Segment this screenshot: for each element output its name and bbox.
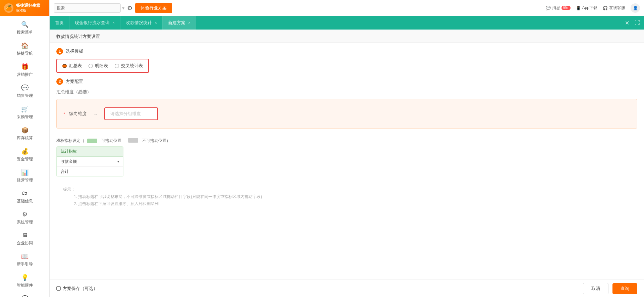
page-content-area: 收款情况统计方案设置 1 选择模板 汇总表 明细表 bbox=[50, 30, 644, 297]
sidebar-item-search-menu[interactable]: 🔍 搜索菜单 bbox=[0, 17, 49, 39]
message-item[interactable]: 💬 消息 99+ bbox=[546, 5, 571, 11]
topbar-right: 💬 消息 99+ 📱 App下载 🎧 在线客服 👤 bbox=[546, 3, 640, 13]
metrics-header: 模板指标设定（ 可拖动位置 不可拖动位置） bbox=[56, 138, 631, 144]
quick-nav-label: 快捷导航 bbox=[17, 51, 33, 56]
radio-cross-input[interactable] bbox=[115, 64, 119, 68]
search-input[interactable] bbox=[54, 3, 121, 13]
tab-home-label: 首页 bbox=[55, 20, 64, 26]
sidebar-item-cooperation[interactable]: 🖥 企业协同 bbox=[0, 229, 49, 249]
basic-info-label: 基础信息 bbox=[17, 198, 33, 204]
step2-num: 2 bbox=[56, 78, 63, 85]
marketing-icon: 🎁 bbox=[21, 63, 29, 70]
cooperation-icon: 🖥 bbox=[22, 232, 28, 239]
industry-btn[interactable]: 体验行业方案 bbox=[135, 3, 172, 13]
expand-btn[interactable]: ⛶ bbox=[633, 20, 641, 26]
sidebar-nav: 🔍 搜索菜单 🏠 快捷导航 🎁 营销推广 💬 销售管理 🛒 采购管理 📦 库存核… bbox=[0, 16, 49, 297]
step1-num: 1 bbox=[56, 48, 63, 55]
save-checkbox[interactable] bbox=[56, 286, 61, 291]
sidebar-item-inventory[interactable]: 📦 库存核算 bbox=[0, 123, 49, 144]
metrics-section: 模板指标设定（ 可拖动位置 不可拖动位置） 统计指标 收款金额 ▾ bbox=[56, 134, 637, 182]
sales-label: 销售管理 bbox=[17, 93, 33, 99]
message-label: 消息 bbox=[552, 5, 560, 11]
tabs-right-buttons: ✕ ⛶ bbox=[624, 16, 644, 30]
logo-text: 畅捷通好生意 bbox=[16, 3, 40, 8]
download-item[interactable]: 📱 App下载 bbox=[576, 5, 597, 11]
tab-bank-flow-label: 现金银行流水查询 bbox=[75, 20, 110, 26]
dimension-select[interactable]: 请选择分组维度 bbox=[104, 107, 158, 120]
metrics-grid: 统计指标 收款金额 ▾ 合计 bbox=[56, 146, 123, 177]
metrics-row-0[interactable]: 收款金额 ▾ bbox=[57, 157, 123, 167]
support-item[interactable]: 🎧 在线客服 bbox=[603, 5, 625, 11]
drag-label: 可拖动位置 bbox=[101, 138, 121, 144]
sidebar-item-sales[interactable]: 💬 销售管理 bbox=[0, 81, 49, 102]
close-all-btn[interactable]: ✕ bbox=[624, 20, 631, 26]
radio-detail-label: 明细表 bbox=[95, 63, 108, 69]
sidebar-item-marketing[interactable]: 🎁 营销推广 bbox=[0, 60, 49, 81]
page-title: 收款情况统计方案设置 bbox=[56, 34, 100, 39]
user-avatar[interactable]: 👤 bbox=[631, 3, 640, 13]
metrics-row-0-label: 收款金额 bbox=[61, 159, 77, 164]
cooperation-label: 企业协同 bbox=[17, 240, 33, 246]
radio-cross-label: 交叉统计表 bbox=[121, 63, 143, 69]
drag-indicator bbox=[87, 139, 97, 143]
tips-title: 提示： bbox=[63, 187, 75, 192]
sidebar-item-wechat[interactable]: 💬 企业微信 bbox=[0, 292, 49, 297]
tab-new-plan-close[interactable]: × bbox=[188, 20, 191, 25]
radio-summary-input[interactable] bbox=[62, 64, 67, 68]
step2-title: 方案配置 bbox=[66, 79, 83, 85]
topbar-left: ▾ ⚙ 体验行业方案 bbox=[54, 3, 172, 13]
settings-icon[interactable]: ⚙ bbox=[127, 4, 132, 12]
dimension-box: * 纵向维度 → 请选择分组维度 bbox=[56, 99, 637, 129]
dimension-row: * 纵向维度 → 请选择分组维度 bbox=[63, 107, 630, 120]
tips-item-0: 1. 拖动标题栏可以调整布局，不可跨维度或指标区域拖动栏目字段(只能在同一维度或… bbox=[74, 193, 631, 201]
tab-home[interactable]: 首页 bbox=[50, 16, 69, 30]
message-icon: 💬 bbox=[546, 6, 551, 10]
no-drag-label: 不可拖动位置） bbox=[142, 138, 170, 144]
cancel-button[interactable]: 取消 bbox=[583, 283, 608, 294]
sidebar-item-operations[interactable]: 📊 经营管理 bbox=[0, 165, 49, 187]
topbar: ▾ ⚙ 体验行业方案 💬 消息 99+ 📱 App下载 🎧 在线客服 👤 bbox=[50, 0, 644, 16]
download-label: App下载 bbox=[582, 5, 597, 11]
sidebar-item-purchase[interactable]: 🛒 采购管理 bbox=[0, 102, 49, 123]
save-option: 方案保存（可选） bbox=[56, 286, 98, 292]
inventory-icon: 📦 bbox=[21, 127, 29, 134]
finance-label: 资金管理 bbox=[17, 156, 33, 162]
dimension-section-title: 汇总维度（必选） bbox=[56, 89, 637, 96]
sidebar-item-finance[interactable]: 💰 资金管理 bbox=[0, 144, 49, 165]
metrics-row-1-label: 合计 bbox=[61, 169, 69, 175]
template-selection: 汇总表 明细表 交叉统计表 bbox=[56, 59, 149, 73]
tab-bank-flow-close[interactable]: × bbox=[112, 20, 115, 25]
save-option-label: 方案保存（可选） bbox=[63, 286, 98, 292]
sidebar-item-guide[interactable]: 📖 新手引导 bbox=[0, 249, 49, 270]
metrics-row-1[interactable]: 合计 bbox=[57, 167, 123, 177]
avatar-icon: 👤 bbox=[633, 6, 638, 10]
support-label: 在线客服 bbox=[609, 5, 625, 11]
main-area: ▾ ⚙ 体验行业方案 💬 消息 99+ 📱 App下载 🎧 在线客服 👤 bbox=[50, 0, 644, 297]
sidebar-item-hardware[interactable]: 💡 智能硬件 bbox=[0, 270, 49, 292]
radio-detail-input[interactable] bbox=[89, 64, 93, 68]
tab-bank-flow[interactable]: 现金银行流水查询 × bbox=[69, 16, 120, 30]
sidebar-item-system[interactable]: ⚙ 系统管理 bbox=[0, 207, 49, 229]
footer: 方案保存（可选） 取消 查询 bbox=[50, 280, 644, 297]
sidebar-item-basic-info[interactable]: 🗂 基础信息 bbox=[0, 187, 49, 207]
tabs-bar: 首页 现金银行流水查询 × 收款情况统计 × 新建方案 × ✕ ⛶ bbox=[50, 16, 644, 30]
sidebar-item-quick-nav[interactable]: 🏠 快捷导航 bbox=[0, 39, 49, 60]
guide-label: 新手引导 bbox=[17, 261, 33, 267]
tab-collection-stats-label: 收款情况统计 bbox=[126, 20, 152, 26]
page-content: 收款情况统计方案设置 1 选择模板 汇总表 明细表 bbox=[50, 30, 644, 297]
logo-text-area: 畅捷通好生意 标准版 bbox=[16, 3, 40, 13]
support-icon: 🎧 bbox=[603, 6, 608, 10]
logo-icon: 🍊 bbox=[4, 3, 13, 13]
purchase-label: 采购管理 bbox=[17, 114, 33, 120]
radio-summary: 汇总表 bbox=[62, 63, 82, 69]
wechat-icon: 💬 bbox=[21, 295, 29, 297]
purchase-icon: 🛒 bbox=[21, 105, 29, 113]
logo-edition: 标准版 bbox=[16, 8, 40, 13]
search-menu-icon: 🔍 bbox=[21, 21, 29, 28]
tab-new-plan[interactable]: 新建方案 × bbox=[163, 16, 196, 30]
system-icon: ⚙ bbox=[22, 211, 28, 218]
query-button[interactable]: 查询 bbox=[612, 283, 637, 294]
tab-collection-stats[interactable]: 收款情况统计 × bbox=[120, 16, 163, 30]
metrics-row-0-arrow[interactable]: ▾ bbox=[117, 160, 119, 163]
tab-collection-stats-close[interactable]: × bbox=[155, 20, 157, 25]
